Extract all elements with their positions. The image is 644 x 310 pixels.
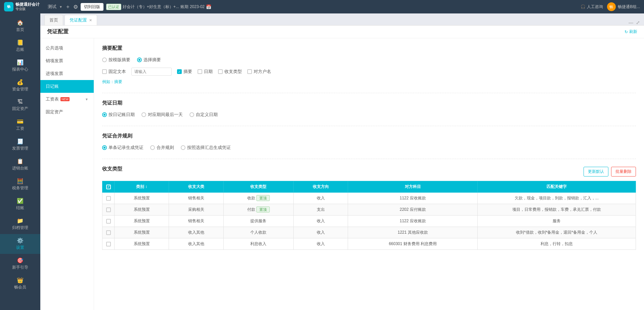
minimize-icon[interactable]: — [629, 20, 633, 25]
radio-journal-date[interactable]: 按日记账日期 [102, 112, 135, 118]
td-account-2: 2202 应付账款 [348, 204, 478, 216]
sidebar-item-ledger[interactable]: 📒 总账 [0, 36, 40, 56]
radio-select-circle [137, 57, 142, 62]
radio-select-summary[interactable]: 选择摘要 [137, 57, 161, 63]
td-checkbox-2[interactable] [102, 204, 115, 216]
sidebar-item-salary[interactable]: 💳 工资 [0, 115, 40, 135]
sidebar-item-home[interactable]: 🏠 首页 [0, 16, 40, 36]
archive-icon: 📁 [17, 218, 24, 224]
guide-icon: 🎯 [17, 257, 24, 264]
checkbox-fixed-text-box [102, 69, 107, 74]
radio-period-last[interactable]: 对应期间最后一天 [141, 112, 183, 118]
td-checkbox-3[interactable] [102, 216, 115, 227]
sidebar-item-settings[interactable]: ⚙️ 设置 [0, 234, 40, 254]
voucher-date-title: 凭证日期 [102, 100, 636, 106]
settings-nav-icon: ⚙️ [17, 237, 24, 244]
radio-custom-date[interactable]: 自定义日期 [189, 112, 218, 118]
left-menu: 公共选项 销项发票 进项发票 日记账 工资表 NEW ▼ [40, 38, 94, 310]
radio-total-generate[interactable]: 按照选择汇总生成凭证 [181, 145, 231, 151]
th-select-all[interactable]: ✓ [102, 181, 115, 193]
radio-total-generate-label: 按照选择汇总生成凭证 [187, 145, 231, 151]
checkbox-income-type[interactable]: 收支类型 [218, 69, 242, 75]
refresh-button[interactable]: ↻ 刷新 [625, 29, 637, 35]
radio-journal-date-circle [102, 112, 107, 117]
td-category-2: 系统预置 [115, 204, 169, 216]
sidebar-item-reports[interactable]: 📊 报表中心 [0, 56, 40, 76]
batch-delete-button[interactable]: 批量删除 [611, 167, 636, 177]
period-label: 账期 [180, 4, 188, 10]
income-expense-table: ✓ 类别 ↕ 收支大类 收支类型 收支方向 对方科目 匹配关键字 [102, 181, 636, 250]
user-name: 畅捷通B组... [618, 4, 640, 10]
td-checkbox-5[interactable] [102, 238, 115, 250]
menu-item-fixed-assets-sub[interactable]: 固定资产 [40, 106, 94, 118]
sidebar-item-member[interactable]: 👑 畅会员 [0, 274, 40, 294]
sort-icon[interactable]: ↕ [145, 184, 147, 189]
td-major-2: 采购相关 [169, 204, 223, 216]
dropdown-arrow-icon[interactable]: ▼ [59, 5, 62, 9]
radio-select-label: 选择摘要 [143, 57, 161, 63]
maximize-icon[interactable]: ⤢ [636, 20, 640, 25]
radio-custom-date-circle [189, 112, 194, 117]
menu-item-payroll[interactable]: 工资表 NEW ▼ [40, 93, 94, 106]
checkbox-date[interactable]: 日期 [198, 69, 213, 75]
status-tags: 已认证 好会计（专）+好生意（标）+... 账期 2023-02 📅 [106, 4, 211, 10]
ledger-icon: 📒 [17, 39, 24, 46]
menu-item-sales-invoice[interactable]: 销项发票 [40, 54, 94, 67]
th-type: 收支类型 [223, 181, 293, 193]
sidebar-item-invoice[interactable]: 🧾 发票管理 [0, 135, 40, 155]
logo-text: 畅捷通好会计 专业版 [15, 2, 40, 11]
menu-item-purchase-invoice[interactable]: 进项发票 [40, 67, 94, 80]
sidebar-item-funds[interactable]: 💰 资金管理 [0, 76, 40, 95]
settings-icon[interactable]: ⚙ [73, 4, 78, 10]
td-type-1: 收款 置顶 [223, 193, 293, 204]
fixed-text-input[interactable] [131, 68, 172, 76]
switch-version-button[interactable]: 切到旧版 [81, 3, 103, 11]
menu-item-journal[interactable]: 日记账 [40, 80, 94, 93]
content-header: 凭证配置 ↻ 刷新 [40, 26, 644, 38]
update-default-button[interactable]: 更新默认 [584, 167, 608, 177]
tab-home[interactable]: 首页 [44, 15, 63, 25]
service-button[interactable]: 🎧 人工咨询 [581, 4, 603, 10]
sidebar-item-close[interactable]: ✅ 结账 [0, 194, 40, 214]
top-tag-2: 置顶 [256, 206, 270, 212]
add-icon[interactable]: ＋ [65, 3, 71, 10]
td-major-5: 收入其他 [169, 238, 223, 250]
checkbox-summary[interactable]: ✓ 摘要 [177, 69, 192, 75]
td-direction-5: 收入 [294, 238, 348, 250]
radio-template-summary[interactable]: 按模版摘要 [102, 57, 130, 63]
service-label: 人工咨询 [587, 4, 603, 10]
tab-close-icon[interactable]: ✕ [89, 18, 92, 23]
content-area: 首页 凭证配置 ✕ — ⤢ 凭证配置 ↻ 刷新 公共选项 [40, 13, 644, 310]
td-direction-2: 支出 [294, 204, 348, 216]
sales-icon: 📋 [17, 158, 24, 164]
checkbox-counterpart-name[interactable]: 对方户名 [247, 69, 271, 75]
radio-single-record[interactable]: 单条记录生成凭证 [102, 145, 143, 151]
payroll-expand-icon[interactable]: ▼ [85, 98, 88, 101]
top-tag-1: 置顶 [256, 195, 270, 201]
sidebar-item-guide[interactable]: 🎯 新手引导 [0, 254, 40, 274]
tax-icon: 🧮 [17, 178, 24, 184]
checkbox-row: 固定文本 ✓ 摘要 日期 收支类型 [102, 68, 636, 76]
main-layout: 🏠 首页 📒 总账 📊 报表中心 💰 资金管理 🏗 固定资产 💳 工资 🧾 发票… [0, 13, 644, 310]
tab-voucher-config[interactable]: 凭证配置 ✕ [65, 15, 97, 25]
sidebar-label-close: 结账 [16, 205, 24, 211]
sidebar-item-archive[interactable]: 📁 归档管理 [0, 214, 40, 234]
sidebar-item-sales[interactable]: 📋 进销台账 [0, 155, 40, 175]
test-label: 测试 [48, 4, 56, 10]
radio-merge-rule[interactable]: 合并规则 [150, 145, 174, 151]
refresh-icon: ↻ [625, 30, 628, 34]
user-info[interactable]: 畅 畅捷通B组... [607, 2, 640, 11]
sidebar-label-tax: 税务管理 [12, 185, 28, 191]
sidebar-item-fixed-assets[interactable]: 🏗 固定资产 [0, 95, 40, 115]
calendar-icon[interactable]: 📅 [206, 4, 211, 9]
td-checkbox-1[interactable] [102, 193, 115, 204]
logo-title: 畅捷通好会计 [15, 2, 40, 7]
checkbox-income-type-box [218, 69, 223, 74]
sidebar-item-tax[interactable]: 🧮 税务管理 [0, 175, 40, 194]
th-direction: 收支方向 [294, 181, 348, 193]
logo-subtitle: 专业版 [15, 7, 40, 11]
td-type-5: 利息收入 [223, 238, 293, 250]
menu-item-public[interactable]: 公共选项 [40, 42, 94, 54]
checkbox-fixed-text[interactable]: 固定文本 [102, 69, 126, 75]
td-checkbox-4[interactable] [102, 227, 115, 238]
